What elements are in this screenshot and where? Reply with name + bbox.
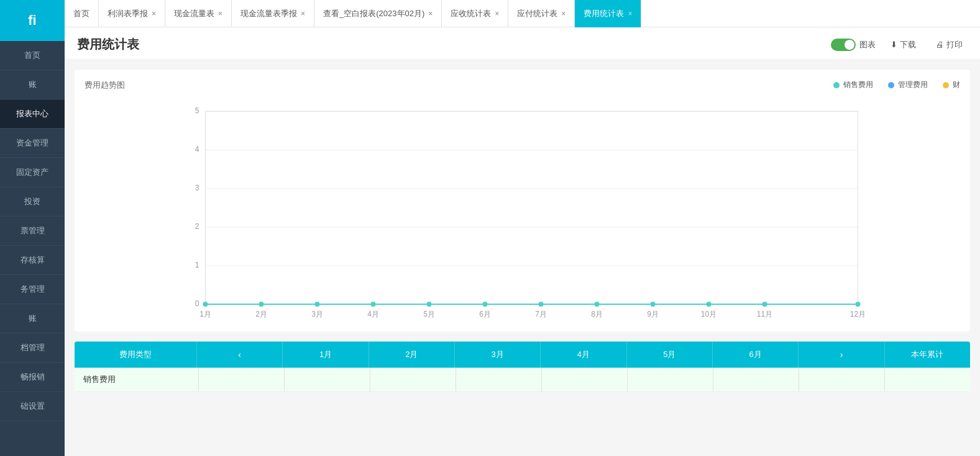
data-table: 费用类型 ‹ 1月 2月 3月 4月 5月 bbox=[75, 342, 970, 392]
chart-toggle-label: 图表 bbox=[831, 39, 876, 51]
sidebar-item-home[interactable]: 首页 bbox=[0, 41, 65, 70]
download-icon: ⬇ bbox=[891, 40, 897, 49]
table-cell-m5 bbox=[628, 368, 713, 391]
close-tab-blank-report[interactable]: × bbox=[428, 9, 433, 18]
tab-blank-report[interactable]: 查看_空白报表(2023年02月) × bbox=[314, 0, 442, 27]
close-tab-cash-flow-quarter[interactable]: × bbox=[301, 9, 305, 18]
close-tab-expense-stat[interactable]: × bbox=[628, 9, 632, 18]
svg-point-19 bbox=[539, 302, 544, 307]
table-header-type: 费用类型 bbox=[75, 342, 197, 368]
svg-text:0: 0 bbox=[195, 299, 199, 308]
table-header-month-3: 3月 bbox=[455, 342, 541, 368]
sidebar-item-expense-report[interactable]: 畅报销 bbox=[0, 363, 65, 392]
svg-point-23 bbox=[762, 302, 767, 307]
svg-point-17 bbox=[427, 302, 432, 307]
svg-point-24 bbox=[856, 302, 861, 307]
table-cell-m6 bbox=[713, 368, 799, 391]
svg-point-16 bbox=[371, 302, 376, 307]
svg-point-18 bbox=[483, 302, 488, 307]
svg-text:10月: 10月 bbox=[701, 310, 717, 319]
svg-text:5月: 5月 bbox=[423, 310, 435, 319]
sidebar-item-invoice[interactable]: 票管理 bbox=[0, 216, 65, 246]
svg-text:2月: 2月 bbox=[255, 310, 267, 319]
svg-point-21 bbox=[651, 302, 656, 307]
sidebar-item-inventory[interactable]: 存核算 bbox=[0, 246, 65, 275]
table-header-month-2: 2月 bbox=[369, 342, 455, 368]
table-cell-m1 bbox=[285, 368, 370, 391]
legend-management: 管理费用 bbox=[888, 80, 928, 90]
table-row: 销售费用 bbox=[75, 368, 970, 392]
print-button[interactable]: 🖨 打印 bbox=[931, 37, 968, 53]
sidebar-item-fund[interactable]: 资金管理 bbox=[0, 129, 65, 158]
table-header-month-6: 6月 bbox=[713, 342, 799, 368]
svg-point-22 bbox=[707, 302, 712, 307]
svg-text:8月: 8月 bbox=[591, 310, 603, 319]
svg-text:5: 5 bbox=[195, 106, 199, 115]
next-arrow[interactable]: › bbox=[838, 350, 846, 360]
table-cell-m2 bbox=[370, 368, 456, 391]
svg-point-13 bbox=[203, 302, 208, 307]
sidebar-item-archives[interactable]: 档管理 bbox=[0, 333, 65, 363]
header-actions: 图表 ⬇ 下载 🖨 打印 bbox=[831, 37, 968, 53]
sidebar-item-settings[interactable]: 础设置 bbox=[0, 392, 65, 421]
sidebar-item-investment[interactable]: 投资 bbox=[0, 187, 65, 216]
sidebar-item-report-center[interactable]: 报表中心 bbox=[0, 100, 65, 129]
table-cell-m0 bbox=[199, 368, 285, 391]
table-header: 费用类型 ‹ 1月 2月 3月 4月 5月 bbox=[75, 342, 970, 368]
tab-cash-flow[interactable]: 现金流量表 × bbox=[165, 0, 232, 27]
table-header-next[interactable]: › bbox=[799, 342, 884, 368]
tab-profit-quarter[interactable]: 利润表季报 × bbox=[99, 0, 165, 27]
sidebar-item-account[interactable]: 账 bbox=[0, 70, 65, 100]
legend-dot-finance bbox=[943, 82, 949, 88]
sidebar-item-ledger[interactable]: 账 bbox=[0, 304, 65, 333]
prev-arrow[interactable]: ‹ bbox=[236, 350, 244, 360]
tab-expense-stat[interactable]: 费用统计表 × bbox=[575, 0, 641, 27]
sidebar-item-fixed-assets[interactable]: 固定资产 bbox=[0, 158, 65, 187]
table-header-month-5: 5月 bbox=[627, 342, 713, 368]
chart-toggle[interactable] bbox=[831, 39, 856, 51]
table-cell-m3 bbox=[456, 368, 542, 391]
table-cell-nav-spacer bbox=[799, 368, 885, 391]
svg-point-14 bbox=[259, 302, 264, 307]
tab-payable[interactable]: 应付统计表 × bbox=[508, 0, 575, 27]
svg-text:12月: 12月 bbox=[850, 310, 866, 319]
legend-label-sales: 销售费用 bbox=[843, 80, 873, 90]
legend-dot-sales bbox=[833, 82, 840, 88]
table-header-prev[interactable]: ‹ bbox=[197, 342, 283, 368]
toggle-text: 图表 bbox=[859, 39, 876, 50]
svg-rect-12 bbox=[206, 111, 858, 304]
tab-home[interactable]: 首页 bbox=[65, 0, 99, 27]
sidebar: fi 首页 账 报表中心 资金管理 固定资产 投资 票管理 存核算 务管理 账 … bbox=[0, 0, 65, 456]
chart-svg: 5 4 3 2 1 0 bbox=[85, 96, 960, 320]
legend-sales: 销售费用 bbox=[833, 80, 873, 90]
svg-text:2: 2 bbox=[195, 222, 199, 231]
legend-label-management: 管理费用 bbox=[898, 80, 928, 90]
svg-text:3: 3 bbox=[195, 184, 199, 192]
table-cell-type: 销售费用 bbox=[75, 368, 199, 391]
print-icon: 🖨 bbox=[936, 40, 944, 49]
chart-card: 费用趋势图 销售费用 管理费用 财 bbox=[75, 70, 970, 332]
legend-label-finance: 财 bbox=[953, 80, 960, 90]
download-button[interactable]: ⬇ 下载 bbox=[886, 37, 921, 53]
table-cell-total bbox=[885, 368, 970, 391]
svg-text:4月: 4月 bbox=[367, 310, 379, 319]
svg-text:3月: 3月 bbox=[311, 310, 323, 319]
table-header-month-4: 4月 bbox=[541, 342, 626, 368]
tab-receivable[interactable]: 应收统计表 × bbox=[442, 0, 508, 27]
content-area: 费用趋势图 销售费用 管理费用 财 bbox=[65, 60, 980, 456]
app-logo: fi bbox=[0, 0, 65, 41]
table-cell-m4 bbox=[542, 368, 628, 391]
close-tab-profit-quarter[interactable]: × bbox=[152, 9, 156, 18]
close-tab-payable[interactable]: × bbox=[561, 9, 566, 18]
tab-cash-flow-quarter[interactable]: 现金流量表季报 × bbox=[232, 0, 314, 27]
legend-finance: 财 bbox=[943, 80, 960, 90]
sidebar-item-service[interactable]: 务管理 bbox=[0, 275, 65, 304]
svg-text:6月: 6月 bbox=[479, 310, 491, 319]
svg-point-15 bbox=[315, 302, 320, 307]
close-tab-receivable[interactable]: × bbox=[495, 9, 499, 18]
svg-text:4: 4 bbox=[195, 145, 199, 154]
close-tab-cash-flow[interactable]: × bbox=[218, 9, 222, 18]
chart-svg-container: 5 4 3 2 1 0 bbox=[85, 96, 960, 322]
svg-point-20 bbox=[595, 302, 600, 307]
main-content: 首页 利润表季报 × 现金流量表 × 现金流量表季报 × 查看_空白报表(202… bbox=[65, 0, 980, 456]
